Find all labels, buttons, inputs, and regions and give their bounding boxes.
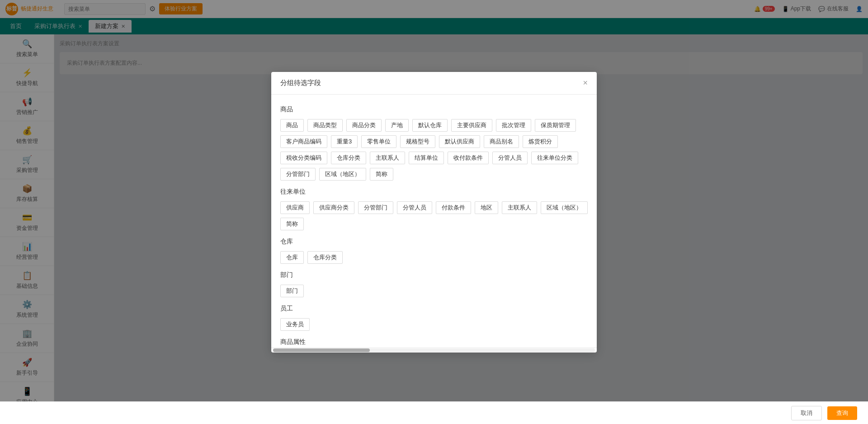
modal-body[interactable]: 商品 商品 商品类型 商品分类 产地 默认仓库 主要供应商 批次管理 保质期管理…: [271, 95, 597, 348]
section-warehouse-title: 仓库: [280, 238, 588, 246]
field-tag[interactable]: 分管部门: [280, 168, 316, 181]
modal-close-button[interactable]: ×: [583, 78, 588, 88]
section-goods-title: 商品: [280, 105, 588, 114]
field-tag[interactable]: 区域（地区）: [319, 168, 366, 181]
field-tag[interactable]: 商品别名: [484, 135, 519, 148]
field-tag[interactable]: 业务员: [280, 318, 310, 331]
field-tag[interactable]: 供应商分类: [313, 201, 354, 214]
field-tag[interactable]: 仓库分类: [331, 152, 366, 164]
field-tag[interactable]: 仓库分类: [307, 251, 343, 264]
field-tag[interactable]: 保质期管理: [535, 119, 576, 132]
field-tag[interactable]: 供应商: [280, 201, 310, 214]
field-tag[interactable]: 收付款条件: [448, 152, 489, 164]
field-tag[interactable]: 付款条件: [436, 201, 471, 214]
field-tag[interactable]: 商品: [280, 119, 304, 132]
field-tag[interactable]: 默认仓库: [412, 119, 448, 132]
section-partner-title: 往来单位: [280, 188, 588, 196]
confirm-button[interactable]: 查询: [827, 406, 857, 420]
field-tag[interactable]: 重量3: [331, 135, 358, 148]
field-tag[interactable]: 分管人员: [492, 152, 528, 164]
field-tag[interactable]: 简称: [370, 168, 393, 181]
field-tag[interactable]: 主联系人: [502, 201, 537, 214]
goods-field-grid: 商品 商品类型 商品分类 产地 默认仓库 主要供应商 批次管理 保质期管理 客户…: [280, 119, 588, 181]
field-tag[interactable]: 批次管理: [496, 119, 531, 132]
scroll-thumb: [273, 348, 370, 352]
scroll-track: [273, 348, 595, 352]
section-employee-title: 员工: [280, 305, 588, 313]
field-select-modal: 分组待选字段 × 商品 商品 商品类型 商品分类 产地 默认仓库 主要供应商 批…: [271, 72, 597, 353]
field-tag[interactable]: 产地: [385, 119, 409, 132]
field-tag[interactable]: 客户商品编码: [280, 135, 327, 148]
field-tag[interactable]: 默认供应商: [439, 135, 480, 148]
field-tag[interactable]: 区域（地区）: [541, 201, 588, 214]
modal-overlay: 分组待选字段 × 商品 商品 商品类型 商品分类 产地 默认仓库 主要供应商 批…: [0, 0, 868, 424]
department-field-grid: 部门: [280, 285, 588, 297]
field-tag[interactable]: 仓库: [280, 251, 304, 264]
field-tag[interactable]: 地区: [475, 201, 498, 214]
modal-header: 分组待选字段 ×: [271, 72, 597, 95]
field-tag[interactable]: 分管人员: [397, 201, 432, 214]
modal-title: 分组待选字段: [280, 79, 321, 87]
bottom-action-bar: 取消 查询: [0, 401, 868, 424]
field-tag[interactable]: 税收分类编码: [280, 152, 327, 164]
field-tag[interactable]: 分管部门: [358, 201, 393, 214]
field-tag[interactable]: 商品分类: [346, 119, 382, 132]
field-tag[interactable]: 商品类型: [307, 119, 343, 132]
section-department-title: 部门: [280, 271, 588, 279]
cancel-button[interactable]: 取消: [791, 406, 822, 420]
field-tag[interactable]: 规格型号: [400, 135, 435, 148]
warehouse-field-grid: 仓库 仓库分类: [280, 251, 588, 264]
partner-field-grid: 供应商 供应商分类 分管部门 分管人员 付款条件 地区 主联系人 区域（地区） …: [280, 201, 588, 230]
field-tag[interactable]: 部门: [280, 285, 304, 297]
field-tag[interactable]: 结算单位: [409, 152, 444, 164]
field-tag[interactable]: 主要供应商: [451, 119, 492, 132]
employee-field-grid: 业务员: [280, 318, 588, 331]
field-tag[interactable]: 零售单位: [361, 135, 396, 148]
section-product-attr-title: 商品属性: [280, 338, 588, 346]
field-tag[interactable]: 炼货积分: [523, 135, 558, 148]
field-tag[interactable]: 往来单位分类: [531, 152, 578, 164]
modal-horizontal-scrollbar[interactable]: [271, 348, 597, 352]
field-tag[interactable]: 简称: [280, 218, 304, 230]
field-tag[interactable]: 主联系人: [370, 152, 405, 164]
